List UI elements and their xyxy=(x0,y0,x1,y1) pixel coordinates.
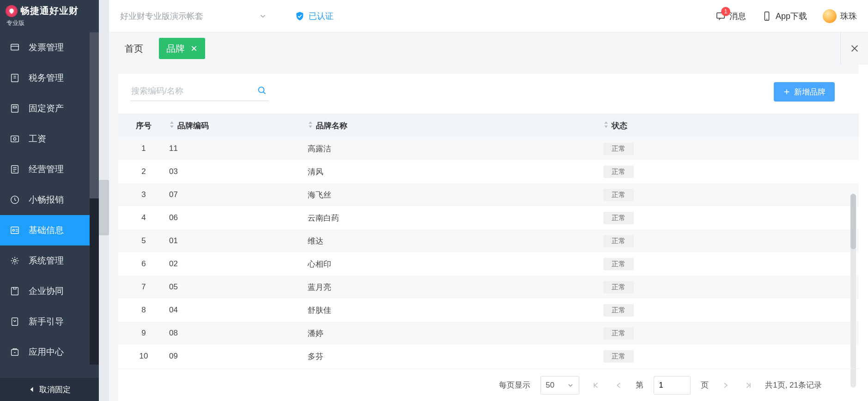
sidebar-item-label: 工资 xyxy=(29,133,46,145)
brand-name: 畅捷通好业财 xyxy=(20,5,79,17)
menu-icon xyxy=(9,133,20,144)
table-row[interactable]: 203清风正常 xyxy=(118,160,859,183)
col-header-ops: 操作 xyxy=(839,120,868,131)
plus-icon xyxy=(783,88,790,96)
cell-index: 5 xyxy=(118,236,169,245)
shield-icon xyxy=(295,11,305,21)
sidebar-item-4[interactable]: 经营管理 xyxy=(0,154,90,185)
account-name: 好业财专业版演示帐套 xyxy=(120,11,203,22)
search-input[interactable] xyxy=(130,83,269,101)
tabs-close-all[interactable] xyxy=(840,32,868,65)
cell-status: 正常 xyxy=(603,143,839,155)
cell-ops xyxy=(839,167,859,176)
pagination: 每页显示 50 第 页 共1页, 21条记录 xyxy=(118,369,859,401)
table-row[interactable]: 602心相印正常 xyxy=(118,252,859,275)
tab-home[interactable]: 首页 xyxy=(117,42,151,55)
sidebar-item-label: 新手引导 xyxy=(29,316,64,328)
table-row[interactable]: 501维达正常 xyxy=(118,229,859,252)
account-selector[interactable]: 好业财专业版演示帐套 xyxy=(120,11,267,22)
status-badge: 正常 xyxy=(603,235,634,247)
cell-ops xyxy=(839,144,859,153)
per-page-value: 50 xyxy=(546,381,554,390)
table-row[interactable]: 1009多芬正常 xyxy=(118,345,859,368)
col-header-status[interactable]: 状态 xyxy=(603,120,839,131)
sidebar-item-9[interactable]: 新手引导 xyxy=(0,306,90,337)
divider-scroll-thumb[interactable] xyxy=(99,180,109,235)
unpin-button[interactable]: 取消固定 xyxy=(0,378,99,401)
cell-name: 蓝月亮 xyxy=(308,282,603,293)
table-row[interactable]: 307海飞丝正常 xyxy=(118,183,859,206)
tab-active[interactable]: 品牌 xyxy=(159,38,205,59)
table-row[interactable]: 804舒肤佳正常 xyxy=(118,299,859,322)
data-grid: 序号 品牌编码 品牌名称 状态 操作 111高露洁正常203清风正常307海飞丝… xyxy=(118,114,859,368)
messages-badge: 1 xyxy=(721,7,730,16)
cell-code: 11 xyxy=(169,144,308,153)
cell-status: 正常 xyxy=(603,281,839,293)
menu-icon xyxy=(9,42,20,53)
cell-status: 正常 xyxy=(603,212,839,224)
status-badge: 正常 xyxy=(603,212,634,224)
sidebar-scrollbar-thumb[interactable] xyxy=(90,32,99,198)
cell-code: 02 xyxy=(169,259,308,269)
status-badge: 正常 xyxy=(603,281,634,293)
cell-index: 1 xyxy=(118,144,169,153)
menu-icon xyxy=(9,347,20,358)
verified-badge[interactable]: 已认证 xyxy=(295,11,334,22)
messages-button[interactable]: 1 消息 xyxy=(716,11,746,22)
app-download-label: App下载 xyxy=(776,11,807,22)
sidebar-item-2[interactable]: 固定资产 xyxy=(0,93,90,124)
cell-index: 6 xyxy=(118,259,169,269)
app-download-button[interactable]: App下载 xyxy=(762,11,807,22)
cell-code: 09 xyxy=(169,352,308,361)
cell-status: 正常 xyxy=(603,327,839,340)
cell-status: 正常 xyxy=(603,166,839,178)
sidebar-item-5[interactable]: 小畅报销 xyxy=(0,185,90,215)
search-icon[interactable] xyxy=(257,85,267,97)
sidebar-item-8[interactable]: 企业协同 xyxy=(0,276,90,306)
col-header-code[interactable]: 品牌编码 xyxy=(169,120,308,131)
svg-rect-3 xyxy=(12,105,18,113)
add-brand-button[interactable]: 新增品牌 xyxy=(774,82,835,102)
next-page-button[interactable] xyxy=(719,379,732,392)
sidebar-item-7[interactable]: 系统管理 xyxy=(0,245,90,276)
close-icon[interactable] xyxy=(190,45,198,52)
sidebar-item-label: 应用中心 xyxy=(29,346,64,358)
last-page-button[interactable] xyxy=(742,379,755,392)
user-name: 珠珠 xyxy=(840,11,857,22)
status-badge: 正常 xyxy=(603,350,634,363)
page-input[interactable] xyxy=(654,376,691,395)
status-badge: 正常 xyxy=(603,258,634,270)
chevron-down-icon xyxy=(259,12,267,20)
sidebar-item-0[interactable]: 发票管理 xyxy=(0,32,90,63)
sidebar-item-6[interactable]: 基础信息 xyxy=(0,215,90,245)
cell-index: 2 xyxy=(118,167,169,176)
table-row[interactable]: 406云南白药正常 xyxy=(118,206,859,229)
menu-icon xyxy=(9,255,20,266)
sidebar-item-label: 小畅报销 xyxy=(29,194,64,206)
table-row[interactable]: 908潘婷正常 xyxy=(118,322,859,345)
messages-label: 消息 xyxy=(729,11,746,22)
prev-page-button[interactable] xyxy=(613,379,625,392)
sidebar-item-10[interactable]: 应用中心 xyxy=(0,337,90,367)
sidebar-item-3[interactable]: 工资 xyxy=(0,124,90,154)
brand-edition: 专业版 xyxy=(6,19,93,27)
first-page-button[interactable] xyxy=(589,379,602,392)
table-row[interactable]: 111高露洁正常 xyxy=(118,137,859,160)
sidebar-item-label: 税务管理 xyxy=(29,72,64,84)
cell-name: 舒肤佳 xyxy=(308,305,603,316)
sidebar-item-label: 基础信息 xyxy=(29,224,64,236)
cell-status: 正常 xyxy=(603,235,839,247)
brand-block: 畅捷通好业财 专业版 xyxy=(0,0,99,29)
table-row[interactable]: 705蓝月亮正常 xyxy=(118,275,859,299)
sidebar-item-1[interactable]: 税务管理 xyxy=(0,63,90,93)
user-menu[interactable]: 珠珠 xyxy=(823,9,857,23)
tab-active-label: 品牌 xyxy=(166,42,185,55)
col-header-name[interactable]: 品牌名称 xyxy=(308,120,603,131)
cell-code: 01 xyxy=(169,236,308,245)
sidebar-menu: 发票管理税务管理固定资产工资经营管理小畅报销基础信息系统管理企业协同新手引导应用… xyxy=(0,32,90,367)
menu-icon xyxy=(9,316,20,327)
per-page-select[interactable]: 50 xyxy=(540,376,579,395)
table-scrollbar-thumb[interactable] xyxy=(850,194,856,249)
per-page-label: 每页显示 xyxy=(499,380,530,390)
add-brand-label: 新增品牌 xyxy=(794,87,826,97)
